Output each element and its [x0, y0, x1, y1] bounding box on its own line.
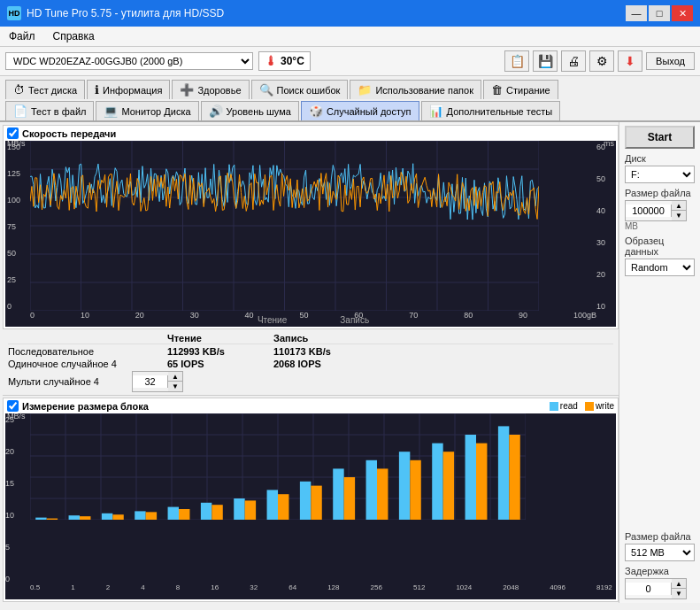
multi-value-input[interactable]: [133, 375, 168, 388]
legend-read-label: read: [560, 401, 578, 411]
delay-spin-up[interactable]: ▲: [672, 579, 686, 589]
chart2-container: 25 20 15 10 5 0 MB/s 0.5 1 2: [5, 413, 616, 599]
stats-sequential-row: Последовательное 112993 KB/s 110173 KB/s: [8, 346, 613, 357]
drive-select[interactable]: WDC WD20EZAZ-00GGJB0 (2000 gB): [5, 52, 253, 70]
delay-spinner: ▲ ▼: [625, 578, 687, 599]
exit-button[interactable]: Выход: [646, 52, 695, 70]
tab-erase[interactable]: 🗑 Стирание: [483, 80, 558, 99]
y-label-50: 50: [7, 249, 28, 258]
delay-spin-down[interactable]: ▼: [672, 589, 686, 598]
tab-icon-random: 🎲: [309, 104, 323, 118]
menu-file[interactable]: Файл: [5, 28, 39, 44]
download-icon-btn[interactable]: ⬇: [618, 50, 642, 72]
tab-icon-scan: 🔍: [259, 83, 273, 97]
settings-icon-btn[interactable]: ⚙: [589, 50, 614, 72]
chart2-y-labels: 25 20 15 10 5 0: [5, 413, 30, 583]
chart2-legend: read write: [550, 401, 614, 411]
ms-20: 20: [596, 270, 616, 279]
c2-x-8192: 8192: [596, 583, 612, 591]
stats-header-row: Чтение Запись: [8, 333, 613, 344]
menu-help[interactable]: Справка: [50, 28, 98, 44]
tab-icon-noise: 🔊: [209, 104, 223, 118]
tab-label-erase: Стирание: [506, 85, 550, 96]
tab-icon-health: ➕: [180, 83, 194, 97]
tabs-area: ⏱ Тест диска ℹ Информация ➕ Здоровье 🔍 П…: [0, 76, 700, 122]
filesize-value-input[interactable]: [626, 205, 672, 217]
tab-test-disk[interactable]: ⏱ Тест диска: [5, 80, 85, 99]
tab-random-access[interactable]: 🎲 Случайный доступ: [301, 101, 419, 120]
minimize-button[interactable]: —: [626, 5, 647, 21]
disk-select[interactable]: F:: [625, 166, 695, 183]
y-label-125: 125: [7, 169, 28, 178]
multi-spin-down[interactable]: ▼: [168, 382, 182, 391]
tab-disk-monitor[interactable]: 💻 Монитор Диска: [96, 101, 198, 120]
stats-write-rand: 2068 IOPS: [273, 359, 321, 369]
filesize-spin-up[interactable]: ▲: [672, 201, 686, 211]
stats-sequential-label: Последовательное: [8, 346, 167, 357]
filesize-group: Размер файла ▲ ▼ MB: [625, 188, 695, 231]
data-pattern-select[interactable]: Random All Zeros All Ones Custom: [625, 259, 695, 276]
title-bar-left: HD HD Tune Pro 5.75 - утилита для HD/SSD: [7, 6, 224, 20]
chart1-title: Скорость передачи: [22, 128, 116, 139]
tab-label-health: Здоровье: [197, 85, 241, 96]
tab-label-test-disk: Тест диска: [28, 85, 77, 96]
tab-label-random: Случайный доступ: [327, 106, 412, 117]
legend-read: read: [550, 401, 578, 411]
tab-label-scan: Поиск ошибок: [277, 85, 341, 96]
chart1-section: Скорость передачи 150 125 100 75 50 25 0…: [3, 125, 619, 329]
info-icon-btn[interactable]: 📋: [504, 50, 529, 72]
chart2-checkbox[interactable]: [7, 400, 19, 412]
delay-label: Задержка: [625, 566, 695, 576]
ms-10: 10: [596, 302, 616, 311]
multi-spin-up[interactable]: ▲: [168, 372, 182, 382]
chart2-unit-left: MB/s: [7, 412, 26, 421]
stats-multi-spinner: ▲ ▼: [132, 371, 183, 392]
start-button[interactable]: Start: [625, 126, 695, 149]
filesize2-select[interactable]: 512 MB 1 GB 4 GB: [625, 544, 695, 561]
tab-label-extra: Дополнительные тесты: [447, 106, 553, 117]
stats-read-header: Чтение: [167, 333, 273, 344]
chart1-container: 150 125 100 75 50 25 0 MB/s ms 60 50 40: [5, 141, 616, 327]
main-content: Скорость передачи 150 125 100 75 50 25 0…: [0, 122, 700, 603]
chart1-checkbox[interactable]: [7, 127, 19, 139]
left-panel: Скорость передачи 150 125 100 75 50 25 0…: [0, 122, 619, 603]
tab-error-scan[interactable]: 🔍 Поиск ошибок: [251, 80, 349, 99]
c2-x-2: 2: [106, 583, 110, 591]
c2-x-512: 512: [413, 583, 425, 591]
print-icon-btn[interactable]: 🖨: [561, 50, 586, 72]
filesize-spinner: ▲ ▼: [625, 200, 687, 221]
stats-area: Чтение Запись Последовательное 112993 KB…: [3, 330, 619, 396]
save-icon-btn[interactable]: 💾: [533, 50, 558, 72]
tab-file-test[interactable]: 📄 Тест в файл: [5, 101, 94, 120]
filesize-spin-down[interactable]: ▼: [672, 211, 686, 220]
tab-icon-erase: 🗑: [491, 83, 503, 97]
legend-write-label: write: [596, 401, 614, 411]
maximize-button[interactable]: □: [649, 5, 670, 21]
y-label-100: 100: [7, 196, 28, 205]
stats-random-single-row: Одиночное случайное 4 65 IOPS 2068 IOPS: [8, 359, 613, 369]
chart1-header: Скорость передачи: [4, 126, 618, 141]
tabs-row2: 📄 Тест в файл 💻 Монитор Диска 🔊 Уровень …: [5, 101, 695, 120]
ms-50: 50: [596, 174, 616, 183]
c2-x-1024: 1024: [456, 583, 472, 591]
delay-value-input[interactable]: [626, 583, 672, 595]
stats-read-rand: 65 IOPS: [167, 359, 273, 369]
app-icon: HD: [7, 6, 21, 20]
delay-group: Задержка ▲ ▼: [625, 566, 695, 599]
multi-spinner: ▲ ▼: [132, 371, 183, 392]
chart2-title: Измерение размера блока: [22, 401, 149, 412]
tab-health[interactable]: ➕ Здоровье: [172, 80, 249, 99]
chart2-canvas: [30, 413, 526, 520]
filesize2-label: Размер файла: [625, 531, 695, 542]
menu-bar: Файл Справка: [0, 27, 700, 47]
tab-extra-tests[interactable]: 📊 Дополнительные тесты: [421, 101, 561, 120]
stats-multi-row: Мульти случайное 4 ▲ ▼: [8, 371, 613, 392]
tab-info[interactable]: ℹ Информация: [87, 80, 170, 99]
tab-folder-usage[interactable]: 📁 Использование папок: [350, 80, 481, 99]
write-label: Запись: [340, 315, 369, 325]
tab-label-noise: Уровень шума: [227, 106, 291, 117]
close-button[interactable]: ✕: [672, 5, 693, 21]
chart1-canvas: [30, 141, 539, 311]
chart2-title-area: Измерение размера блока: [7, 400, 149, 412]
tab-noise[interactable]: 🔊 Уровень шума: [201, 101, 299, 120]
